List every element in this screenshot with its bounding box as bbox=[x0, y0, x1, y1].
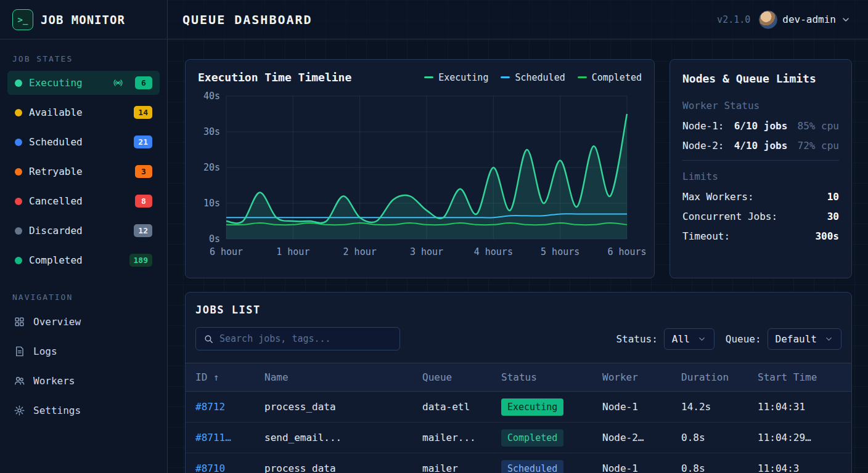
cell-id[interactable]: #8711… bbox=[186, 432, 264, 443]
sidebar-item-cancelled[interactable]: Cancelled8 bbox=[7, 189, 160, 213]
jobs-card-header: JOBS LIST Status:AllQueue:Default bbox=[186, 293, 851, 363]
user-menu[interactable]: dev-admin bbox=[759, 10, 851, 29]
app-logo: >_ bbox=[12, 9, 33, 30]
nodes-card: Nodes & Queue Limits Worker Status Node-… bbox=[669, 59, 852, 278]
status-dot bbox=[15, 227, 22, 235]
nav-item-label: Logs bbox=[33, 346, 57, 357]
filter-queue-label: Queue: bbox=[726, 333, 761, 345]
worker-cpu: 72% cpu bbox=[798, 140, 839, 152]
job-states-header: JOB STATES bbox=[0, 39, 167, 71]
status-badge: Completed bbox=[501, 429, 563, 447]
worker-status-list: Node-1:6/10 jobs85% cpuNode-2:4/10 jobs7… bbox=[682, 120, 839, 152]
state-label: Scheduled bbox=[29, 136, 83, 148]
divider bbox=[682, 160, 839, 161]
terminal-icon: >_ bbox=[18, 15, 28, 25]
svg-text:30s: 30s bbox=[203, 126, 220, 137]
status-dot bbox=[15, 139, 22, 146]
cell-status: Executing bbox=[501, 398, 602, 416]
sidebar-item-discarded[interactable]: Discarded12 bbox=[7, 219, 160, 243]
cell-name: process_data bbox=[264, 463, 422, 473]
legend-swatch bbox=[578, 76, 587, 78]
sidebar-item-overview[interactable]: Overview bbox=[7, 309, 160, 334]
navigation-list: OverviewLogsWorkersSettings bbox=[0, 309, 167, 427]
limit-row: Concurrent Jobs:30 bbox=[682, 211, 839, 222]
chevron-down-icon bbox=[697, 334, 706, 344]
column-header-id[interactable]: ID ↑ bbox=[186, 371, 264, 383]
legend-swatch bbox=[501, 76, 510, 78]
worker-status-row: Node-1:6/10 jobs85% cpu bbox=[682, 120, 839, 132]
legend-label: Scheduled bbox=[515, 72, 565, 83]
table-row[interactable]: #8710process_datamailerScheduledNode-10.… bbox=[186, 453, 851, 473]
status-dot bbox=[15, 198, 22, 205]
jobs-card: JOBS LIST Status:AllQueue:Default ID ↑Na… bbox=[185, 292, 852, 473]
app-logo-row: >_ JOB MONITOR bbox=[0, 0, 167, 39]
cell-queue: data-etl bbox=[422, 401, 501, 413]
svg-text:40s: 40s bbox=[203, 91, 220, 102]
cell-duration: 0.8s bbox=[681, 463, 758, 473]
worker-status-header: Worker Status bbox=[682, 100, 839, 111]
limit-label: Timeout: bbox=[682, 230, 730, 242]
chart-legend: ExecutingScheduledCompleted bbox=[424, 72, 642, 83]
cell-worker: Node-1 bbox=[602, 463, 681, 473]
state-count-badge: 8 bbox=[135, 195, 152, 208]
sidebar-item-available[interactable]: Available14 bbox=[7, 100, 160, 124]
sidebar-item-workers[interactable]: Workers bbox=[7, 368, 160, 393]
cell-queue: mailer bbox=[422, 463, 501, 473]
column-header-worker[interactable]: Worker bbox=[602, 371, 681, 383]
sidebar-item-scheduled[interactable]: Scheduled21 bbox=[7, 130, 160, 154]
legend-label: Executing bbox=[438, 72, 488, 83]
svg-text:1 hour: 1 hour bbox=[276, 246, 309, 257]
state-label: Executing bbox=[29, 77, 83, 89]
worker-cpu: 85% cpu bbox=[798, 120, 839, 132]
table-row[interactable]: #8711…send_email...mailer...CompletedNod… bbox=[186, 422, 851, 453]
sidebar-item-executing[interactable]: Executing6 bbox=[7, 71, 160, 95]
jobs-table-body: #8712process_datadata-etlExecutingNode-1… bbox=[186, 392, 851, 473]
table-row[interactable]: #8712process_datadata-etlExecutingNode-1… bbox=[186, 392, 851, 422]
live-signal-icon bbox=[113, 78, 123, 88]
topbar: QUEUE DASHBOARD v2.1.0 dev-admin bbox=[168, 0, 868, 39]
sidebar-item-retryable[interactable]: Retryable3 bbox=[7, 160, 160, 184]
limit-label: Max Workers: bbox=[682, 191, 754, 203]
jobs-table-header: ID ↑NameQueueStatusWorkerDurationStart T… bbox=[186, 363, 851, 392]
column-header-queue[interactable]: Queue bbox=[422, 371, 501, 383]
limits-header: Limits bbox=[682, 171, 839, 182]
topbar-right: v2.1.0 dev-admin bbox=[717, 10, 851, 29]
legend-swatch bbox=[424, 76, 433, 78]
state-label: Completed bbox=[29, 254, 83, 266]
legend-item-scheduled: Scheduled bbox=[501, 72, 565, 83]
grid-icon bbox=[14, 316, 25, 328]
gear-icon bbox=[14, 405, 25, 416]
status-dot bbox=[15, 168, 22, 176]
cell-duration: 0.8s bbox=[681, 432, 758, 443]
state-count-badge: 3 bbox=[135, 165, 152, 178]
limit-value: 10 bbox=[827, 191, 839, 203]
sidebar-item-logs[interactable]: Logs bbox=[7, 339, 160, 363]
execution-time-chart: 0s10s20s30s40s6 hour1 hour2 hour3 hour4 … bbox=[198, 87, 642, 270]
column-header-duration[interactable]: Duration bbox=[681, 371, 758, 383]
job-states-list: Executing6Available14Scheduled21Retryabl… bbox=[0, 71, 167, 278]
status-dot bbox=[15, 257, 22, 264]
app-title: JOB MONITOR bbox=[41, 13, 125, 26]
cell-start: 11:04:29… bbox=[758, 432, 851, 443]
column-header-starttime[interactable]: Start Time bbox=[758, 371, 851, 383]
cell-status: Scheduled bbox=[501, 460, 602, 473]
queue-select[interactable]: Default bbox=[768, 328, 841, 350]
filter-status: Status:All bbox=[616, 328, 714, 350]
legend-label: Completed bbox=[592, 72, 642, 83]
sidebar-item-completed[interactable]: Completed189 bbox=[7, 248, 160, 272]
cell-worker: Node-1 bbox=[602, 401, 681, 413]
nodes-card-title: Nodes & Queue Limits bbox=[682, 72, 839, 85]
cell-id[interactable]: #8710 bbox=[186, 463, 264, 473]
column-header-name[interactable]: Name bbox=[264, 371, 422, 383]
jobs-list-title: JOBS LIST bbox=[195, 304, 841, 316]
status-select[interactable]: All bbox=[664, 328, 714, 350]
search-input[interactable] bbox=[219, 333, 392, 344]
column-header-status[interactable]: Status bbox=[501, 371, 602, 383]
svg-text:10s: 10s bbox=[203, 198, 220, 209]
cell-name: process_data bbox=[264, 401, 422, 413]
cell-id[interactable]: #8712 bbox=[186, 401, 264, 413]
sidebar-item-settings[interactable]: Settings bbox=[7, 398, 160, 422]
cell-start: 11:04:31 bbox=[758, 401, 851, 413]
timeline-card-header: Execution Time Timeline ExecutingSchedul… bbox=[198, 71, 642, 84]
status-badge: Executing bbox=[501, 398, 563, 416]
